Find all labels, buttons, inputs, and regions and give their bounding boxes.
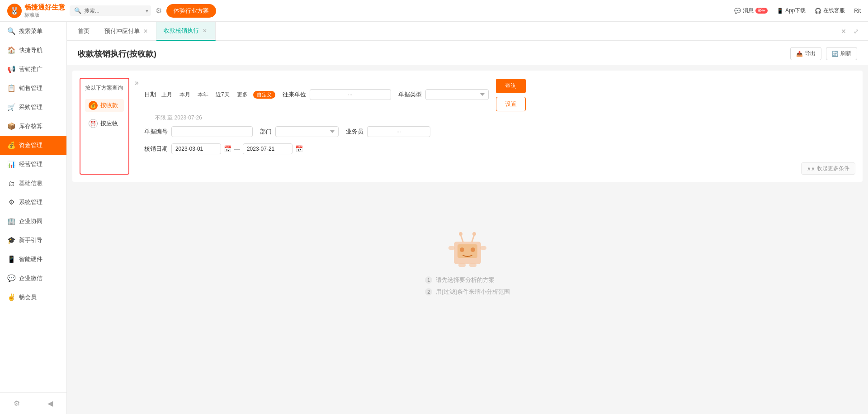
- settings-btn[interactable]: 设置: [496, 97, 526, 111]
- trial-btn[interactable]: 体验行业方案: [166, 4, 216, 18]
- sidebar-item-system[interactable]: ⚙ 系统管理: [0, 193, 66, 212]
- sidebar-label-purchase: 采购管理: [19, 103, 42, 111]
- collapse-more-btn[interactable]: ∧∧ 收起更多条件: [801, 162, 855, 175]
- headset-icon: 🎧: [815, 8, 821, 14]
- sidebar-item-vip[interactable]: ✌ 畅会员: [0, 288, 66, 307]
- sidebar-collapse-btn[interactable]: ◀: [45, 396, 56, 410]
- sidebar-item-quick-nav[interactable]: 🏠 快捷导航: [0, 41, 66, 60]
- sidebar-label-quick-nav: 快捷导航: [19, 46, 42, 54]
- gear-icon[interactable]: ⚙: [156, 6, 162, 15]
- app-download-icon: 📱: [777, 8, 783, 14]
- date-shortcut-this-month[interactable]: 本月: [178, 90, 192, 100]
- tab-receipt-offset-label: 收款核销执行: [164, 27, 199, 35]
- chevron-down-icon: ▾: [146, 8, 148, 14]
- sidebar-item-inventory[interactable]: 📦 库存核算: [0, 117, 66, 136]
- calendar-end-icon[interactable]: 📅: [295, 145, 303, 152]
- smart-hw-icon: 📱: [7, 255, 15, 263]
- filter-panel-title: 按以下方案查询: [85, 84, 124, 92]
- filter-by-receivable[interactable]: ⏰ 按应收: [85, 117, 124, 130]
- tab-receipt-offset-close-btn[interactable]: ✕: [202, 27, 208, 35]
- sidebar-item-basic-info[interactable]: 🗂 基础信息: [0, 174, 66, 193]
- sidebar-label-system: 系统管理: [19, 198, 42, 206]
- refresh-btn[interactable]: 🔄 刷新: [826, 47, 857, 60]
- sidebar-item-operations[interactable]: 📊 经营管理: [0, 155, 66, 174]
- calendar-start-icon[interactable]: 📅: [224, 145, 231, 152]
- main-layout: 🔍 搜索菜单 🏠 快捷导航 📢 营销推广 📋 销售管理 🛒 采购管理 📦 库存核…: [0, 22, 868, 414]
- counterpart-input[interactable]: ···: [310, 89, 391, 100]
- message-btn[interactable]: 💬 消息 99+: [734, 7, 768, 14]
- query-btn[interactable]: 查询: [496, 79, 526, 93]
- online-service-btn[interactable]: 🎧 在线客服: [815, 7, 845, 14]
- date-shortcut-this-year[interactable]: 本年: [196, 90, 210, 100]
- sidebar-label-vip: 畅会员: [19, 293, 37, 301]
- tab-prepay-close-btn[interactable]: ✕: [142, 27, 149, 35]
- svg-point-6: [459, 232, 462, 236]
- filter-scheme-selector: 按以下方案查询 💰 按收款 ⏰ 按应收: [80, 78, 129, 175]
- content-area: 首页 预付冲应付单 ✕ 收款核销执行 ✕ ✕ ⤢ 收款核销执行(按收款): [67, 22, 868, 414]
- tab-bar-expand-btn[interactable]: ⤢: [852, 26, 861, 37]
- doc-type-select[interactable]: [425, 89, 489, 100]
- tab-bar-close-btn[interactable]: ✕: [839, 26, 848, 37]
- msg-badge: 99+: [755, 8, 768, 14]
- receivable-icon: ⏰: [89, 119, 98, 128]
- sidebar-item-tutorial[interactable]: 🎓 新手引导: [0, 231, 66, 250]
- sidebar-label-tutorial: 新手引导: [19, 236, 42, 244]
- sidebar-label-enterprise: 企业协同: [19, 217, 42, 225]
- date-separator: —: [234, 146, 240, 152]
- date-shortcut-more[interactable]: 更多: [235, 90, 250, 100]
- sidebar-item-capital[interactable]: 💰 资金管理: [0, 136, 66, 155]
- filter-by-receipt[interactable]: 💰 按收款: [85, 99, 124, 112]
- capital-icon: 💰: [7, 141, 15, 149]
- sidebar-label-operations: 经营管理: [19, 160, 42, 168]
- tab-prepay[interactable]: 预付冲应付单 ✕: [97, 22, 156, 41]
- collapse-more-icon: ∧∧: [807, 166, 815, 172]
- tab-home[interactable]: 首页: [71, 22, 97, 41]
- empty-state: 1 请先选择要分析的方案 2 用[过滤]条件来缩小分析范围: [67, 187, 868, 314]
- offset-date-start[interactable]: [171, 143, 221, 154]
- filter-actions: 查询 设置: [496, 78, 526, 111]
- svg-point-2: [460, 247, 464, 252]
- sidebar-item-marketing[interactable]: 📢 营销推广: [0, 60, 66, 79]
- sidebar-item-search-menu[interactable]: 🔍 搜索菜单: [0, 22, 66, 41]
- tip-number-1: 1: [425, 276, 432, 284]
- sidebar-item-purchase[interactable]: 🛒 采购管理: [0, 98, 66, 117]
- date-shortcut-last-month[interactable]: 上月: [160, 90, 174, 100]
- app-download-btn[interactable]: 📱 App下载: [777, 7, 806, 14]
- sidebar-item-enterprise[interactable]: 🏢 企业协同: [0, 212, 66, 231]
- date-shortcut-7days[interactable]: 近7天: [214, 90, 231, 100]
- filter-collapse-toggle[interactable]: »: [135, 78, 139, 175]
- salesperson-input[interactable]: ···: [367, 126, 430, 137]
- filter-row-1: 日期 上月 本月 本年 近7天 更多 自定义 往来单位: [144, 78, 855, 111]
- empty-illustration: [445, 224, 490, 269]
- offset-date-label: 核销日期: [144, 145, 168, 153]
- filter-row-2: 单据编号 部门 业务员 ···: [144, 126, 855, 137]
- logo-text-group: 畅捷通好生意 标准版: [24, 3, 65, 19]
- sidebar-item-smart-hw[interactable]: 📱 智能硬件: [0, 250, 66, 269]
- date-label: 日期: [144, 90, 156, 99]
- date-hint: 不限 至 2023-07-26: [155, 114, 202, 122]
- svg-point-7: [472, 232, 476, 236]
- dept-select[interactable]: [275, 126, 339, 137]
- sidebar-item-sales[interactable]: 📋 销售管理: [0, 79, 66, 98]
- svg-line-4: [461, 235, 463, 242]
- sidebar: 🔍 搜索菜单 🏠 快捷导航 📢 营销推广 📋 销售管理 🛒 采购管理 📦 库存核…: [0, 22, 67, 414]
- empty-tip-2: 2 用[过滤]条件来缩小分析范围: [425, 288, 509, 296]
- refresh-icon: 🔄: [832, 51, 839, 57]
- home-icon: 🏠: [7, 46, 15, 54]
- app-name: 畅捷通好生意: [24, 3, 65, 12]
- tab-receipt-offset[interactable]: 收款核销执行 ✕: [156, 22, 216, 41]
- sidebar-item-wecom[interactable]: 💬 企业微信: [0, 269, 66, 288]
- operations-icon: 📊: [7, 160, 15, 168]
- empty-tips: 1 请先选择要分析的方案 2 用[过滤]条件来缩小分析范围: [425, 276, 509, 296]
- tab-home-label: 首页: [78, 27, 90, 35]
- top-search-input[interactable]: [84, 8, 143, 14]
- page-header-actions: 📤 导出 🔄 刷新: [790, 47, 857, 60]
- export-btn[interactable]: 📤 导出: [790, 47, 821, 60]
- offset-date-end[interactable]: [243, 143, 292, 154]
- doc-no-label: 单据编号: [144, 128, 168, 136]
- doc-no-input[interactable]: [171, 126, 253, 137]
- export-icon: 📤: [796, 51, 803, 57]
- empty-svg: [445, 224, 490, 269]
- sidebar-settings-btn[interactable]: ⚙: [11, 396, 23, 410]
- top-bar: 🐰 畅捷通好生意 标准版 🔍 ▾ ⚙ 体验行业方案 💬 消息 99+ 📱 App…: [0, 0, 868, 22]
